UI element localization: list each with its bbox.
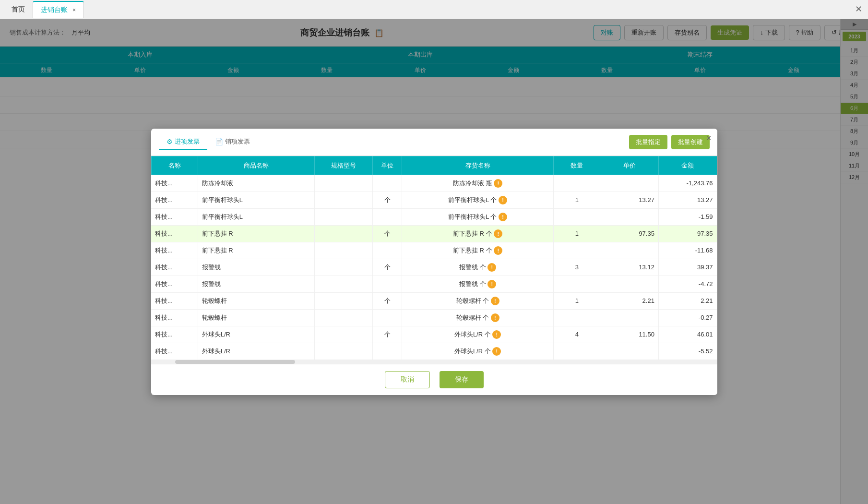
- table-row[interactable]: 科技...报警线报警线 个 !-4.72: [151, 276, 717, 292]
- cell-name: 科技...: [151, 259, 198, 276]
- cell-unit: 个: [373, 192, 402, 208]
- modal-header: ⚙ 进项发票 📄 销项发票 批量指定 批量创建 ×: [151, 129, 717, 156]
- cell-product: 前平衡杆球头L: [198, 192, 314, 208]
- table-row[interactable]: 科技...外球头L/R外球头L/R 个 !-5.52: [151, 343, 717, 360]
- outgoing-tab-label: 销项发票: [225, 137, 250, 146]
- scrollbar-thumb[interactable]: [175, 360, 295, 364]
- cell-unit: 个: [373, 326, 402, 343]
- table-row[interactable]: 科技...轮毂螺杆个轮毂螺杆 个 !12.212.21: [151, 292, 717, 309]
- table-scrollbar[interactable]: [151, 360, 717, 364]
- cell-inventory: 报警线 个 !: [402, 276, 554, 292]
- cell-product: 前下悬挂 R: [198, 242, 314, 259]
- cell-quantity: [554, 175, 600, 192]
- cell-price: [600, 208, 659, 225]
- batch-create-button[interactable]: 批量创建: [671, 135, 710, 149]
- cell-spec: [314, 192, 373, 208]
- tab-bar: 首页 进销台账 × ✕: [0, 0, 868, 19]
- modal-tabs: ⚙ 进项发票 📄 销项发票: [159, 134, 258, 150]
- cell-inventory: 前平衡杆球头L 个 !: [402, 192, 554, 208]
- cell-inventory: 报警线 个 !: [402, 259, 554, 276]
- cell-price: 2.21: [600, 292, 659, 309]
- cell-product: 防冻冷却液: [198, 175, 314, 192]
- modal-dialog: ⚙ 进项发票 📄 销项发票 批量指定 批量创建 ×: [151, 129, 717, 395]
- cell-unit: [373, 242, 402, 259]
- cell-name: 科技...: [151, 276, 198, 292]
- cell-price: 11.50: [600, 326, 659, 343]
- table-row[interactable]: 科技...前下悬挂 R个前下悬挂 R 个 !197.3597.35: [151, 225, 717, 242]
- main-area: 销售成本计算方法： 月平均 商贸企业进销台账 📋 对账 重新开账 存货别名 生成…: [0, 19, 868, 504]
- tab-close-icon[interactable]: ×: [72, 7, 76, 13]
- cell-name: 科技...: [151, 326, 198, 343]
- cell-unit: [373, 208, 402, 225]
- cell-amount: -1,243.76: [658, 175, 717, 192]
- tab-outgoing-invoice[interactable]: 📄 销项发票: [207, 134, 258, 150]
- cell-price: [600, 242, 659, 259]
- col-price: 单价: [600, 156, 659, 175]
- modal-close-button[interactable]: ×: [706, 133, 712, 144]
- cell-spec: [314, 276, 373, 292]
- col-name: 名称: [151, 156, 198, 175]
- cell-product: 报警线: [198, 276, 314, 292]
- cell-spec: [314, 208, 373, 225]
- cell-amount: 39.37: [658, 259, 717, 276]
- cell-product: 前平衡杆球头L: [198, 208, 314, 225]
- cell-amount: 97.35: [658, 225, 717, 242]
- cell-amount: -4.72: [658, 276, 717, 292]
- tab-home[interactable]: 首页: [4, 1, 33, 18]
- table-row[interactable]: 科技...防冻冷却液防冻冷却液 瓶 !-1,243.76: [151, 175, 717, 192]
- cell-quantity: 4: [554, 326, 600, 343]
- cell-product: 报警线: [198, 259, 314, 276]
- batch-assign-button[interactable]: 批量指定: [629, 135, 667, 149]
- warning-icon: !: [499, 196, 507, 204]
- cell-amount: -5.52: [658, 343, 717, 360]
- table-row[interactable]: 科技...外球头L/R个外球头L/R 个 !411.5046.01: [151, 326, 717, 343]
- cell-spec: [314, 309, 373, 326]
- cell-spec: [314, 175, 373, 192]
- cell-amount: 2.21: [658, 292, 717, 309]
- cell-quantity: [554, 309, 600, 326]
- table-row[interactable]: 科技...报警线个报警线 个 !313.1239.37: [151, 259, 717, 276]
- table-row[interactable]: 科技...轮毂螺杆轮毂螺杆 个 !-0.27: [151, 309, 717, 326]
- modal-overlay: ⚙ 进项发票 📄 销项发票 批量指定 批量创建 ×: [0, 19, 868, 504]
- cancel-button[interactable]: 取消: [385, 371, 430, 388]
- cell-amount: -11.68: [658, 242, 717, 259]
- cell-unit: [373, 309, 402, 326]
- outgoing-tab-icon: 📄: [215, 138, 223, 145]
- cell-unit: 个: [373, 292, 402, 309]
- col-amount: 金额: [658, 156, 717, 175]
- cell-spec: [314, 343, 373, 360]
- table-row[interactable]: 科技...前平衡杆球头L个前平衡杆球头L 个 !113.2713.27: [151, 192, 717, 208]
- tab-active[interactable]: 进销台账 ×: [33, 1, 84, 18]
- table-row[interactable]: 科技...前平衡杆球头L前平衡杆球头L 个 !-1.59: [151, 208, 717, 225]
- cell-price: [600, 276, 659, 292]
- cell-inventory: 前平衡杆球头L 个 !: [402, 208, 554, 225]
- cell-name: 科技...: [151, 343, 198, 360]
- cell-inventory: 前下悬挂 R 个 !: [402, 225, 554, 242]
- col-quantity: 数量: [554, 156, 600, 175]
- cell-price: 97.35: [600, 225, 659, 242]
- cell-quantity: 3: [554, 259, 600, 276]
- cell-name: 科技...: [151, 242, 198, 259]
- window-close-button[interactable]: ✕: [855, 4, 862, 14]
- cell-product: 前下悬挂 R: [198, 225, 314, 242]
- cell-spec: [314, 292, 373, 309]
- cell-price: [600, 343, 659, 360]
- warning-icon: !: [491, 297, 499, 305]
- incoming-tab-label: 进项发票: [175, 137, 200, 146]
- save-button[interactable]: 保存: [440, 371, 484, 388]
- tab-incoming-invoice[interactable]: ⚙ 进项发票: [159, 134, 207, 150]
- cell-quantity: [554, 208, 600, 225]
- cell-inventory: 轮毂螺杆 个 !: [402, 292, 554, 309]
- table-row[interactable]: 科技...前下悬挂 R前下悬挂 R 个 !-11.68: [151, 242, 717, 259]
- cell-amount: 13.27: [658, 192, 717, 208]
- cell-quantity: [554, 242, 600, 259]
- warning-icon: !: [491, 313, 499, 322]
- warning-icon: !: [494, 229, 502, 238]
- cell-spec: [314, 259, 373, 276]
- cell-inventory: 轮毂螺杆 个 !: [402, 309, 554, 326]
- modal-table-container[interactable]: 名称 商品名称 规格型号 单位 存货名称 数量 单价 金额 科技...防冻冷却液…: [151, 156, 717, 360]
- cell-price: [600, 175, 659, 192]
- cell-name: 科技...: [151, 192, 198, 208]
- cell-quantity: 1: [554, 225, 600, 242]
- cell-spec: [314, 242, 373, 259]
